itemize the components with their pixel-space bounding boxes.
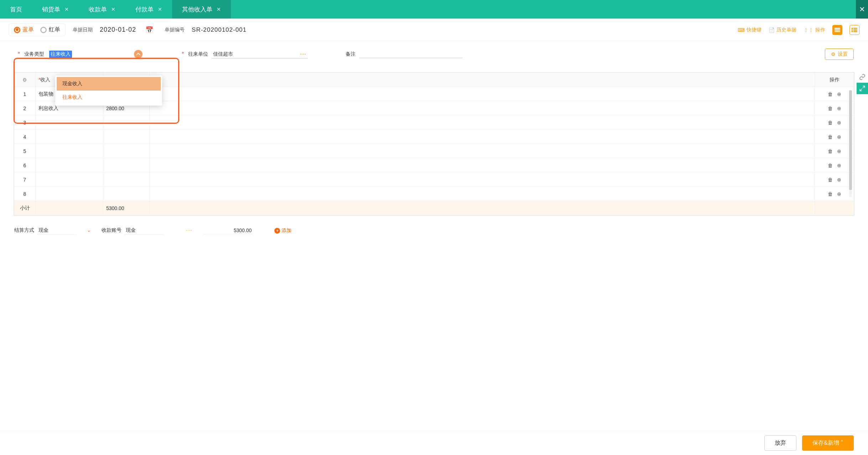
delete-icon[interactable]: 🗑 [828,148,833,154]
required-star: * [18,51,20,57]
delete-icon[interactable]: 🗑 [828,91,833,97]
view-grid-icon[interactable] [849,25,859,35]
dropdown-option[interactable]: 往来收入 [57,91,161,104]
subtotal-row: 小计5300.00 [14,201,854,215]
svg-rect-2 [835,31,840,32]
close-icon[interactable]: ✕ [111,6,115,12]
chevron-up-icon[interactable] [134,50,143,58]
copy-icon[interactable]: ⊕ [837,163,841,168]
history-link[interactable]: 📄历史单据 [769,27,796,33]
party-value[interactable]: 佳佳超市 [213,51,233,57]
col-header-ops: 操作 [815,73,854,87]
col-header-item: 收入 [40,77,50,82]
delete-icon[interactable]: 🗑 [828,106,833,111]
radio-blue[interactable]: 蓝单 [14,26,34,34]
view-list-icon[interactable] [832,25,842,35]
copy-icon[interactable]: ⊕ [837,134,841,140]
biz-type-dropdown: 现金收入 往来收入 [55,76,162,106]
chevron-down-icon[interactable]: ⌄ [87,228,91,233]
tab-bar: 首页 销货单✕ 收款单✕ 付款单✕ 其他收入单✕ ✕ [0,0,868,19]
svg-rect-1 [835,29,840,30]
required-star: * [182,51,184,57]
close-all-button[interactable]: ✕ [856,0,868,19]
shortcut-link[interactable]: ⌨快捷键 [738,27,761,33]
delete-icon[interactable]: 🗑 [828,177,833,183]
sub-header: 蓝单 红单 单据日期 2020-01-02 📅 单据编号 SR-20200102… [0,19,868,41]
doc-date-value[interactable]: 2020-01-02 [100,26,136,34]
receiving-account[interactable]: 收款账号 现金 ··· [102,226,192,235]
payment-row: 结算方式 现金 ⌄ 收款账号 现金 ··· 5300.00 +添加 [0,219,868,242]
tab-sales[interactable]: 销货单✕ [32,0,79,19]
table-row[interactable]: 3🗑⊕ [14,116,854,130]
copy-icon[interactable]: ⊕ [837,106,841,111]
close-icon[interactable]: ✕ [217,6,221,12]
form-row: * 业务类型 往来收入 * 往来单位 佳佳超市 ··· 备注 ⚙ 设置 [0,41,868,63]
operate-menu[interactable]: ⋮⋮操作 [804,27,825,33]
add-button[interactable]: +添加 [274,228,291,234]
svg-rect-7 [853,30,857,31]
svg-rect-6 [852,30,853,32]
copy-icon[interactable]: ⊕ [837,120,841,126]
table-row[interactable]: 4🗑⊕ [14,130,854,144]
gear-icon[interactable]: ⚙ [22,77,27,83]
svg-rect-5 [853,29,857,30]
more-icon[interactable]: ··· [186,227,193,233]
scrollbar[interactable] [849,90,852,197]
copy-icon[interactable]: ⊕ [837,91,841,97]
table-row[interactable]: 6🗑⊕ [14,158,854,173]
svg-rect-8 [853,31,857,32]
doc-color-radio: 蓝单 红单 [9,24,66,36]
table-row[interactable]: 7🗑⊕ [14,173,854,187]
close-icon[interactable]: ✕ [64,6,69,12]
more-icon[interactable]: ··· [300,51,307,57]
close-icon[interactable]: ✕ [158,6,162,12]
expand-icon[interactable] [857,83,868,94]
delete-icon[interactable]: 🗑 [828,191,833,197]
party-field[interactable]: * 往来单位 佳佳超市 ··· [182,50,324,58]
payment-amount[interactable]: 5300.00 [203,227,253,234]
tab-home[interactable]: 首页 [0,0,32,19]
biz-type-value[interactable]: 往来收入 [49,51,72,58]
tab-receipt[interactable]: 收款单✕ [79,0,125,19]
doc-date-label: 单据日期 [73,27,93,33]
delete-icon[interactable]: 🗑 [828,163,833,168]
settlement-method[interactable]: 结算方式 现金 ⌄ [14,226,91,235]
right-toolbar [857,71,868,94]
table-row[interactable]: 8🗑⊕ [14,187,854,201]
biz-type-field[interactable]: * 业务类型 往来收入 [18,49,160,60]
delete-icon[interactable]: 🗑 [828,134,833,140]
copy-icon[interactable]: ⊕ [837,191,841,197]
radio-red[interactable]: 红单 [40,26,60,34]
link-icon[interactable] [857,71,868,83]
settings-button[interactable]: ⚙ 设置 [825,48,854,60]
calendar-icon[interactable]: 📅 [145,26,153,34]
copy-icon[interactable]: ⊕ [837,177,841,183]
tab-payment[interactable]: 付款单✕ [125,0,172,19]
svg-rect-0 [835,28,840,29]
dropdown-option[interactable]: 现金收入 [57,77,161,91]
svg-rect-3 [852,28,853,30]
doc-no-label: 单据编号 [165,27,185,33]
tab-other-income[interactable]: 其他收入单✕ [172,0,231,19]
copy-icon[interactable]: ⊕ [837,148,841,154]
svg-rect-4 [853,28,857,29]
delete-icon[interactable]: 🗑 [828,120,833,126]
doc-no-value: SR-20200102-001 [192,26,247,34]
table-row[interactable]: 5🗑⊕ [14,144,854,158]
remark-field[interactable]: 备注 [346,51,463,58]
